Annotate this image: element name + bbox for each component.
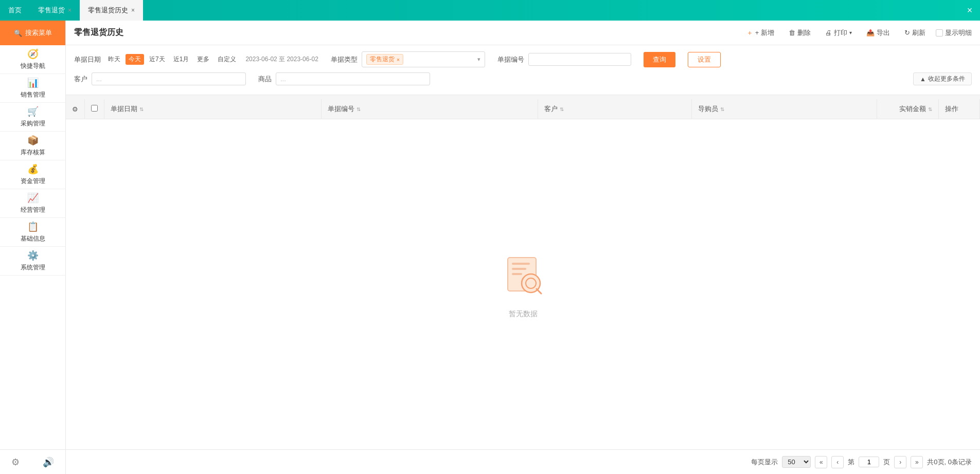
tab-retail-return-close[interactable]: × bbox=[68, 7, 72, 14]
sales-icon: 📊 bbox=[27, 77, 39, 88]
empty-state: 暂无数据 bbox=[66, 119, 980, 449]
finance-icon: 💰 bbox=[27, 163, 39, 175]
svg-line-6 bbox=[537, 289, 541, 294]
show-detail-label: 显示明细 bbox=[945, 28, 972, 38]
delete-button[interactable]: 🗑 删除 bbox=[785, 26, 815, 40]
doc-type-filter-group: 单据类型 零售退货 × ▾ bbox=[331, 51, 485, 67]
sidebar-item-inventory[interactable]: 📦 库存核算 bbox=[0, 132, 65, 160]
refresh-button[interactable]: ↻ 刷新 bbox=[900, 26, 930, 40]
date-pill-more[interactable]: 更多 bbox=[194, 54, 212, 65]
pagination-summary: 共0页, 0条记录 bbox=[927, 458, 972, 467]
doc-type-label: 单据类型 bbox=[331, 55, 358, 64]
audio-icon[interactable]: 🔊 bbox=[43, 457, 54, 468]
date-pill-today[interactable]: 今天 bbox=[126, 54, 144, 65]
tab-retail-return-label: 零售退货 bbox=[38, 6, 65, 15]
date-pill-yesterday[interactable]: 昨天 bbox=[105, 54, 123, 65]
th-settings[interactable]: ⚙ bbox=[66, 99, 85, 119]
doc-type-select[interactable]: 零售退货 × ▾ bbox=[362, 51, 485, 67]
sort-amount-icon: ⇅ bbox=[928, 106, 932, 112]
table-container: ⚙ 单据日期 ⇅ 单据编号 bbox=[66, 99, 980, 449]
customer-input[interactable]: ... bbox=[92, 72, 246, 85]
customer-label: 客户 bbox=[74, 75, 87, 84]
data-table: ⚙ 单据日期 ⇅ 单据编号 bbox=[66, 99, 980, 119]
export-label: 导出 bbox=[877, 28, 890, 38]
goods-placeholder: ... bbox=[280, 75, 286, 83]
doc-no-input[interactable] bbox=[528, 53, 631, 66]
th-guide[interactable]: 导购员 ⇅ bbox=[691, 99, 877, 119]
date-pill-last1m[interactable]: 近1月 bbox=[170, 54, 192, 65]
sidebar-search[interactable]: 🔍 搜索菜单 bbox=[0, 21, 65, 45]
settings-gear-icon[interactable]: ⚙ bbox=[11, 457, 20, 468]
collapse-icon: ▲ bbox=[920, 76, 926, 83]
sidebar-item-sys-mgmt[interactable]: ⚙️ 系统管理 bbox=[0, 247, 65, 276]
sidebar-item-purchase-mgmt[interactable]: 🛒 采购管理 bbox=[0, 103, 65, 132]
window-close-button[interactable]: × bbox=[959, 0, 980, 21]
th-amount-label: 实销金额 bbox=[899, 104, 926, 114]
sidebar-item-quick-nav[interactable]: 🧭 快捷导航 bbox=[0, 45, 65, 74]
select-all-checkbox[interactable] bbox=[91, 105, 98, 112]
top-bar: 首页 零售退货 × 零售退货历史 × × bbox=[0, 0, 980, 21]
table-head: ⚙ 单据日期 ⇅ 单据编号 bbox=[66, 99, 980, 119]
last-page-icon: » bbox=[915, 459, 919, 466]
table-header-row: ⚙ 单据日期 ⇅ 单据编号 bbox=[66, 99, 980, 119]
query-button[interactable]: 查询 bbox=[644, 52, 675, 67]
quick-nav-icon: 🧭 bbox=[27, 48, 39, 60]
next-page-button[interactable]: › bbox=[894, 456, 906, 468]
purchase-icon: 🛒 bbox=[27, 106, 39, 117]
refresh-icon: ↻ bbox=[904, 29, 910, 37]
export-button[interactable]: 📤 导出 bbox=[862, 26, 894, 40]
content-area: 零售退货历史 ＋ + 新增 🗑 删除 🖨 打印 ▾ 📤 导出 bbox=[66, 21, 980, 474]
sidebar-item-sales-mgmt[interactable]: 📊 销售管理 bbox=[0, 74, 65, 103]
sidebar-item-operations[interactable]: 📈 经营管理 bbox=[0, 189, 65, 218]
sidebar-item-finance[interactable]: 💰 资金管理 bbox=[0, 160, 65, 189]
svg-rect-2 bbox=[512, 268, 526, 270]
first-page-icon: « bbox=[819, 459, 823, 466]
new-button[interactable]: ＋ + 新增 bbox=[742, 26, 778, 40]
show-detail-checkbox[interactable] bbox=[936, 29, 943, 37]
collapse-button[interactable]: ▲ 收起更多条件 bbox=[913, 72, 972, 85]
prev-page-button[interactable]: ‹ bbox=[831, 456, 844, 468]
base-info-icon: 📋 bbox=[27, 221, 39, 232]
th-amount[interactable]: 实销金额 ⇅ bbox=[877, 99, 939, 119]
date-pill-last7[interactable]: 近7天 bbox=[146, 54, 168, 65]
date-pills: 昨天 今天 近7天 近1月 更多 自定义 bbox=[105, 54, 239, 65]
tab-retail-return-history-close[interactable]: × bbox=[131, 7, 135, 14]
th-customer-label: 客户 bbox=[544, 104, 558, 114]
tab-retail-return-history-label: 零售退货历史 bbox=[88, 6, 128, 15]
customer-placeholder: ... bbox=[96, 75, 102, 83]
page-word: 第 bbox=[848, 458, 854, 467]
th-guide-label: 导购员 bbox=[698, 104, 718, 114]
new-icon: ＋ bbox=[746, 28, 753, 38]
sidebar-item-inventory-label: 库存核算 bbox=[21, 148, 45, 157]
th-doc-no[interactable]: 单据编号 ⇅ bbox=[321, 99, 538, 119]
date-pill-custom[interactable]: 自定义 bbox=[215, 54, 239, 65]
empty-icon bbox=[497, 250, 549, 301]
first-page-button[interactable]: « bbox=[815, 456, 827, 468]
sidebar-nav: 🧭 快捷导航 📊 销售管理 🛒 采购管理 📦 库存核算 💰 资金管理 📈 bbox=[0, 45, 65, 449]
sidebar-item-sales-label: 销售管理 bbox=[21, 90, 45, 99]
main-layout: 🔍 搜索菜单 🧭 快捷导航 📊 销售管理 🛒 采购管理 📦 库存核算 💰 bbox=[0, 21, 980, 474]
sidebar-item-quick-nav-label: 快捷导航 bbox=[21, 62, 45, 70]
sidebar: 🔍 搜索菜单 🧭 快捷导航 📊 销售管理 🛒 采购管理 📦 库存核算 💰 bbox=[0, 21, 66, 474]
print-button[interactable]: 🖨 打印 ▾ bbox=[821, 26, 856, 40]
sidebar-item-operations-label: 经营管理 bbox=[21, 206, 45, 214]
th-checkbox bbox=[85, 99, 104, 119]
tab-retail-return-history[interactable]: 零售退货历史 × bbox=[80, 0, 143, 21]
doc-type-tag-close[interactable]: × bbox=[397, 57, 400, 63]
sidebar-item-base-info[interactable]: 📋 基础信息 bbox=[0, 218, 65, 247]
sidebar-item-purchase-label: 采购管理 bbox=[21, 119, 45, 128]
tab-home[interactable]: 首页 bbox=[0, 0, 30, 21]
page-number-input[interactable] bbox=[859, 457, 879, 467]
sort-customer-icon: ⇅ bbox=[560, 106, 564, 112]
setting-button[interactable]: 设置 bbox=[688, 52, 721, 67]
page-size-select[interactable]: 50 10 20 100 bbox=[782, 456, 811, 468]
th-doc-date[interactable]: 单据日期 ⇅ bbox=[104, 99, 322, 119]
sidebar-item-finance-label: 资金管理 bbox=[21, 177, 45, 186]
goods-input[interactable]: ... bbox=[276, 72, 430, 85]
column-settings-icon[interactable]: ⚙ bbox=[72, 105, 78, 113]
filter-row-1: 单据日期 昨天 今天 近7天 近1月 更多 自定义 2023-06-02 至 2… bbox=[74, 51, 972, 67]
tab-retail-return[interactable]: 零售退货 × bbox=[30, 0, 80, 21]
last-page-button[interactable]: » bbox=[911, 456, 923, 468]
print-arrow-icon: ▾ bbox=[849, 30, 852, 35]
th-customer[interactable]: 客户 ⇅ bbox=[538, 99, 692, 119]
